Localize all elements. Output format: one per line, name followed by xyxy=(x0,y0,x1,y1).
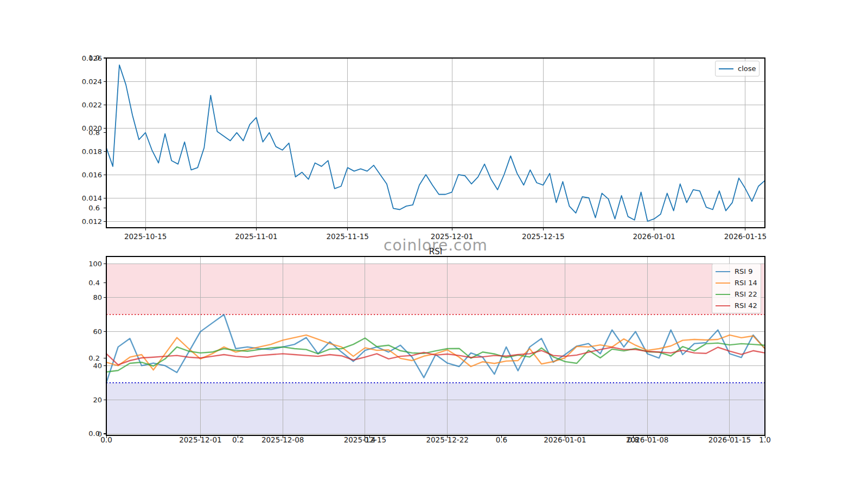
rsi-9-line xyxy=(106,314,765,383)
legend-label-rsi9: RSI 9 xyxy=(735,266,753,277)
rsi-x-tick-label: 2025-12-22 xyxy=(426,435,468,444)
oversold-band xyxy=(106,383,765,434)
price-y-tick-label: 0.016 xyxy=(82,171,102,179)
rsi-y-tick-label: 60 xyxy=(93,328,102,336)
overlay-x-tick-label: 0.8 xyxy=(627,435,639,444)
overlay-x-tick-label: 1.0 xyxy=(759,435,770,444)
price-y-tick-label: 0.014 xyxy=(82,194,102,202)
rsi-y-tick-label: 80 xyxy=(93,293,102,301)
rsi-x-tick-label: 2025-12-08 xyxy=(261,435,304,444)
overlay-y-tick-label: 0.0 xyxy=(88,429,100,438)
legend-item-rsi22: RSI 22 xyxy=(716,288,757,300)
rsi-y-tick-label: 20 xyxy=(93,396,102,404)
price-x-tick-label: 2025-10-15 xyxy=(124,232,167,241)
legend-close: close xyxy=(715,61,760,76)
overlay-y-tick-label: 0.4 xyxy=(88,279,100,287)
overlay-x-tick-label: 0.0 xyxy=(100,435,112,444)
overlay-y-tick-label: 0.6 xyxy=(88,204,100,212)
overlay-y-tick-label: 1.0 xyxy=(88,54,100,62)
rsi42-line-swatch xyxy=(716,305,730,306)
price-y-tick-label: 0.012 xyxy=(82,217,102,226)
legend-item-rsi9: RSI 9 xyxy=(716,266,757,277)
overlay-y-tick-label: 0.2 xyxy=(88,354,100,362)
rsi-x-tick-label: 2026-01-15 xyxy=(709,435,751,444)
overlay-x-tick-label: 0.6 xyxy=(496,435,507,444)
legend-label-close: close xyxy=(738,63,756,74)
legend-item-rsi42: RSI 42 xyxy=(716,300,757,311)
overlay-x-tick-label: 0.2 xyxy=(232,435,244,444)
price-y-tick-label: 0.022 xyxy=(82,101,102,109)
rsi14-line-swatch xyxy=(716,282,730,284)
legend-label-rsi42: RSI 42 xyxy=(735,300,757,311)
legend-label-rsi22: RSI 22 xyxy=(735,288,757,300)
overbought-band xyxy=(106,264,765,314)
rsi-x-tick-label: 2025-12-01 xyxy=(179,435,221,444)
price-x-tick-label: 2026-01-15 xyxy=(724,232,767,241)
rsi-subplot-title: RSI xyxy=(219,247,653,256)
overlay-x-tick-label: 0.4 xyxy=(364,435,375,444)
rsi-x-tick-label: 2026-01-01 xyxy=(544,435,586,444)
overlay-y-tick-label: 0.8 xyxy=(88,129,100,137)
legend-item-close: close xyxy=(719,63,756,74)
figure: 0.0120.0140.0160.0180.0200.0220.0240.026… xyxy=(0,0,868,488)
rsi9-line-swatch xyxy=(716,271,730,272)
legend-rsi: RSI 9 RSI 14 RSI 22 RSI 42 xyxy=(712,264,761,313)
legend-item-rsi14: RSI 14 xyxy=(716,277,757,288)
legend-label-rsi14: RSI 14 xyxy=(735,277,757,288)
rsi22-line-swatch xyxy=(716,294,730,295)
rsi-y-tick-label: 100 xyxy=(88,260,102,268)
price-y-tick-label: 0.024 xyxy=(82,78,102,86)
close-line-swatch xyxy=(719,68,733,69)
rsi-y-tick-label: 40 xyxy=(93,362,102,370)
price-y-tick-label: 0.018 xyxy=(82,147,102,156)
rsi-42-line xyxy=(106,348,765,365)
